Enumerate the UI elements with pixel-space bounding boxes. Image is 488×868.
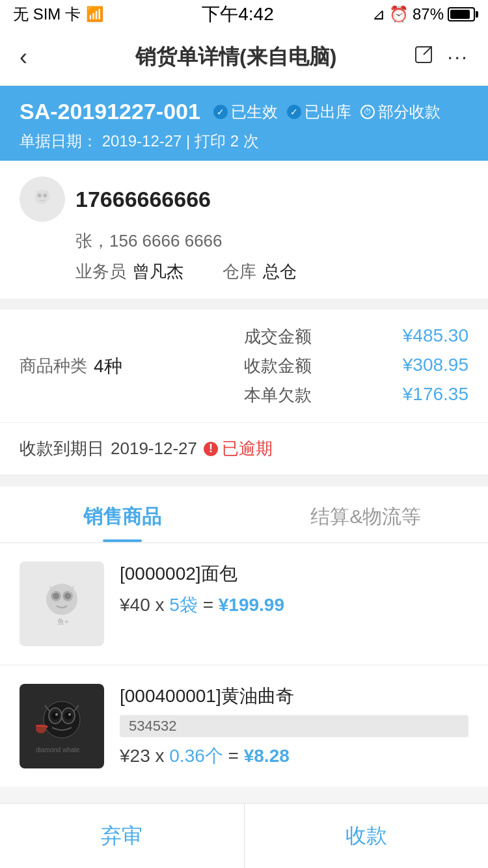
svg-point-10 [64,593,71,599]
status-shipped: ✓ 已出库 [287,102,351,122]
product-list: 鱼+ [0000002]面包 ¥40 x 5袋 = ¥199.99 [0,543,488,787]
svg-point-18 [55,713,58,716]
svg-point-16 [51,712,59,720]
location-icon: ⊿ [372,5,385,23]
product-thumb-2: diamond whale [20,684,104,768]
confirm-button[interactable]: 收款 [245,804,489,868]
check-icon-1: ✓ [213,105,228,119]
tabs-section: 销售商品 结算&物流等 [0,487,488,543]
received-value: ¥308.95 [403,355,468,377]
tab-settlement[interactable]: 结算&物流等 [244,487,488,542]
order-id: SA-20191227-001 [20,99,200,124]
clock-icon: ⏱ [360,105,375,119]
product-qty-2: 0.36个 [169,746,223,766]
svg-point-17 [64,712,72,720]
product-name-2: [000400001]黄油曲奇 [120,684,468,709]
overdue-icon: ! [204,442,218,456]
customer-section: 17666666666 张，156 6666 6666 业务员 曾凡杰 仓库 总… [0,161,488,299]
due-label: 收款到期日 [20,437,104,460]
nav-actions: ··· [413,44,468,70]
order-date: 2019-12-27 [102,132,182,150]
product-price-row-2: ¥23 x 0.36个 = ¥8.28 [120,744,468,768]
owed-value: ¥176.35 [403,384,468,407]
overdue-text: 已逾期 [222,437,273,460]
banner-row1: SA-20191227-001 ✓ 已生效 ✓ 已出库 ⏱ 部分收款 [20,99,468,124]
status-time: 下午4:42 [202,2,274,27]
product-price-row-1: ¥40 x 5袋 = ¥199.99 [120,593,468,617]
svg-point-13 [44,701,80,738]
battery-percent: 87% [413,5,444,23]
summary-left: 商品种类 4种 [20,325,244,407]
status-left: 无 SIM 卡 📶 [13,4,103,25]
bottom-bar: 弃审 收款 [0,803,488,868]
battery-icon [448,7,475,21]
customer-name: 17666666666 [75,187,211,212]
product-type-label: 商品种类 [20,355,87,377]
banner-date-row: 单据日期： 2019-12-27 | 打印 2 次 [20,131,468,152]
product-thumb-1: 鱼+ [20,562,104,646]
status-tags: ✓ 已生效 ✓ 已出库 ⏱ 部分收款 [213,102,441,122]
received-label: 收款金额 [244,355,312,377]
summary-section: 商品种类 4种 成交金额 ¥485.30 收款金额 ¥308.95 本单欠款 ¥… [0,310,488,423]
deal-amount-row: 成交金额 ¥485.30 [244,325,468,348]
deal-amount-value: ¥485.30 [403,325,468,348]
nav-bar: ‹ 销货单详情(来自电脑) ··· [0,29,488,86]
header-banner: SA-20191227-001 ✓ 已生效 ✓ 已出库 ⏱ 部分收款 单据日期：… [0,86,488,161]
owed-label: 本单欠款 [244,384,312,407]
product-price-1: ¥40 [120,595,150,615]
summary-right: 成交金额 ¥485.30 收款金额 ¥308.95 本单欠款 ¥176.35 [244,325,468,407]
summary-grid: 商品种类 4种 成交金额 ¥485.30 收款金额 ¥308.95 本单欠款 ¥… [20,325,468,407]
tab-sales-products[interactable]: 销售商品 [0,487,244,542]
owed-amount-row: 本单欠款 ¥176.35 [244,384,468,407]
status-bar: 无 SIM 卡 📶 下午4:42 ⊿ ⏰ 87% [0,0,488,29]
product-sku-2: 534532 [120,715,468,737]
export-button[interactable] [413,44,434,70]
product-total-1: ¥199.99 [219,595,284,615]
received-amount-row: 收款金额 ¥308.95 [244,355,468,377]
product-total-2: ¥8.28 [244,746,290,766]
cancel-button[interactable]: 弃审 [0,804,245,868]
more-button[interactable]: ··· [447,45,468,69]
back-button[interactable]: ‹ [20,44,59,71]
deal-amount-label: 成交金额 [244,325,312,348]
list-item: diamond whale [000400001]黄油曲奇 534532 ¥23… [0,666,488,787]
page-title: 销货单详情(来自电脑) [59,43,413,72]
due-section: 收款到期日 2019-12-27 ! 已逾期 [0,423,488,475]
sales-rep-value: 曾凡杰 [133,260,183,283]
product-type-value: 4种 [94,354,122,379]
svg-text:diamond whale: diamond whale [36,746,80,753]
status-effective: ✓ 已生效 [213,102,278,122]
date-label: 单据日期： [20,132,98,150]
warehouse-label: 仓库 [223,260,256,283]
product-price-2: ¥23 [120,746,150,766]
divider-1 [0,299,488,310]
overdue-badge: ! 已逾期 [204,437,273,460]
divider-2 [0,475,488,485]
warehouse-item: 仓库 总仓 [223,260,297,283]
alarm-icon: ⏰ [389,5,409,23]
svg-point-4 [38,194,41,197]
status-partial-payment: ⏱ 部分收款 [360,102,441,122]
print-info: 打印 2 次 [195,132,259,150]
check-icon-2: ✓ [287,105,301,119]
wifi-icon: 📶 [86,6,103,23]
list-item: 鱼+ [0000002]面包 ¥40 x 5袋 = ¥199.99 [0,543,488,664]
svg-point-9 [53,593,59,599]
customer-row: 17666666666 [20,176,468,222]
avatar [20,176,65,222]
customer-meta: 业务员 曾凡杰 仓库 总仓 [20,260,468,283]
product-info-2: [000400001]黄油曲奇 534532 ¥23 x 0.36个 = ¥8.… [120,684,468,768]
product-name-1: [0000002]面包 [120,562,468,586]
warehouse-value: 总仓 [263,260,297,283]
product-qty-1: 5袋 [169,595,198,615]
svg-point-5 [44,194,46,197]
customer-sub-name: 张，156 6666 6666 [20,230,468,252]
sales-rep-item: 业务员 曾凡杰 [75,260,183,283]
sales-rep-label: 业务员 [75,260,126,283]
due-date: 2019-12-27 [111,439,197,459]
svg-point-19 [68,713,71,716]
svg-text:鱼+: 鱼+ [57,617,68,625]
carrier-text: 无 SIM 卡 [13,4,81,25]
product-info-1: [0000002]面包 ¥40 x 5袋 = ¥199.99 [120,562,468,617]
status-right: ⊿ ⏰ 87% [372,5,475,23]
